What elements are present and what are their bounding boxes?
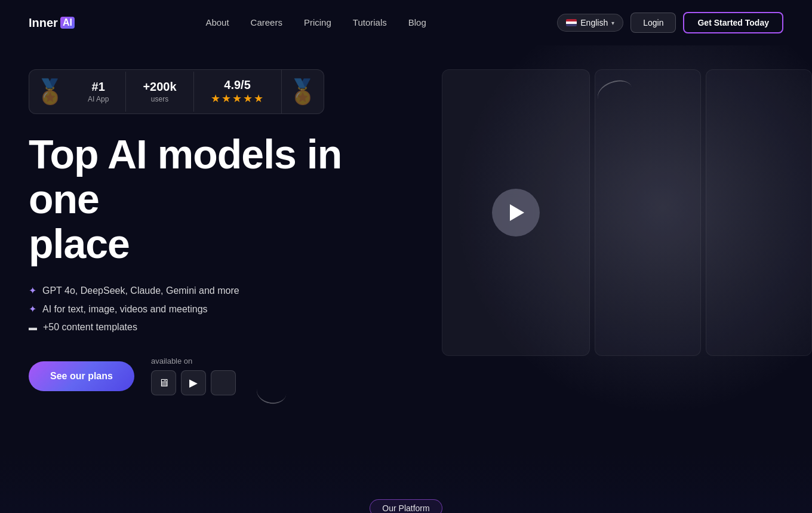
web-platform-button[interactable]: 🖥 bbox=[151, 370, 176, 395]
award-rank-label: AI App bbox=[88, 95, 109, 103]
language-selector[interactable]: English ▾ bbox=[557, 14, 623, 32]
laurel-left-icon: 🏅 bbox=[29, 72, 71, 112]
deco-curve-bottom bbox=[255, 377, 288, 406]
nav-links: About Careers Pricing Tutorials Blog bbox=[205, 17, 426, 28]
logo[interactable]: Inner AI bbox=[29, 16, 75, 30]
side-video-panel-1 bbox=[595, 69, 701, 356]
video-area bbox=[442, 45, 812, 356]
feature-text-1: GPT 4o, DeepSeek, Claude, Gemini and mor… bbox=[42, 285, 239, 296]
nav-about[interactable]: About bbox=[205, 17, 229, 27]
language-label: English bbox=[580, 18, 608, 27]
award-rank-number: #1 bbox=[92, 80, 105, 94]
nav-right: English ▾ Login Get Started Today bbox=[557, 12, 783, 33]
flag-icon bbox=[566, 19, 577, 26]
award-users-label: users bbox=[151, 95, 168, 103]
main-video-panel bbox=[442, 69, 590, 356]
available-on: available on 🖥 ▶ bbox=[151, 357, 236, 395]
award-rating: 4.9/5 ★★★★★ bbox=[194, 70, 282, 113]
our-platform-badge[interactable]: Our Platform bbox=[370, 499, 442, 513]
chevron-down-icon: ▾ bbox=[611, 20, 614, 26]
sparkle-icon-1: ✦ bbox=[29, 285, 36, 296]
cta-row: See our plans available on 🖥 ▶ bbox=[29, 357, 783, 395]
sparkle-icon-2: ✦ bbox=[29, 303, 36, 315]
nav-tutorials[interactable]: Tutorials bbox=[353, 17, 387, 27]
android-platform-button[interactable]: ▶ bbox=[181, 370, 206, 395]
get-started-button[interactable]: Get Started Today bbox=[683, 12, 783, 33]
award-users: +200k users bbox=[126, 72, 193, 112]
hero-section: 🏅 #1 AI App +200k users 4.9/5 ★★★★★ 🏅 To… bbox=[0, 45, 812, 451]
nav-careers[interactable]: Careers bbox=[251, 17, 282, 27]
play-button-container bbox=[492, 189, 540, 236]
feature-text-3: +50 content templates bbox=[43, 322, 137, 333]
hero-headline-line2: place bbox=[29, 221, 130, 266]
award-rating-number: 4.9/5 bbox=[224, 78, 250, 92]
hero-headline-line1: Top AI models in one bbox=[29, 131, 342, 222]
nav-blog[interactable]: Blog bbox=[408, 17, 426, 27]
hero-headline: Top AI models in one place bbox=[29, 132, 399, 266]
play-button[interactable] bbox=[492, 189, 540, 236]
play-triangle-icon bbox=[510, 204, 524, 221]
awards-banner: 🏅 #1 AI App +200k users 4.9/5 ★★★★★ 🏅 bbox=[29, 69, 324, 114]
navbar: Inner AI About Careers Pricing Tutorials… bbox=[0, 0, 812, 45]
laurel-right-icon: 🏅 bbox=[282, 72, 324, 112]
award-users-number: +200k bbox=[143, 80, 176, 94]
web-icon: 🖥 bbox=[158, 377, 169, 389]
play-store-icon: ▶ bbox=[189, 376, 198, 389]
logo-ai: AI bbox=[60, 17, 75, 29]
see-plans-button[interactable]: See our plans bbox=[29, 361, 134, 391]
available-on-label: available on bbox=[151, 357, 236, 365]
side-video-panel-2 bbox=[706, 69, 812, 356]
feature-text-2: AI for text, image, videos and meetings bbox=[42, 304, 208, 315]
login-button[interactable]: Login bbox=[630, 13, 676, 33]
ios-platform-button[interactable] bbox=[211, 370, 236, 395]
logo-inner: Inner bbox=[29, 16, 58, 30]
template-icon: ▬ bbox=[29, 322, 37, 332]
platform-icons: 🖥 ▶ bbox=[151, 370, 236, 395]
award-stars: ★★★★★ bbox=[211, 92, 264, 105]
award-rank: #1 AI App bbox=[71, 72, 126, 112]
our-platform-section: Our Platform Your AI-Native Workspace fo… bbox=[0, 451, 812, 513]
nav-pricing[interactable]: Pricing bbox=[304, 17, 331, 27]
